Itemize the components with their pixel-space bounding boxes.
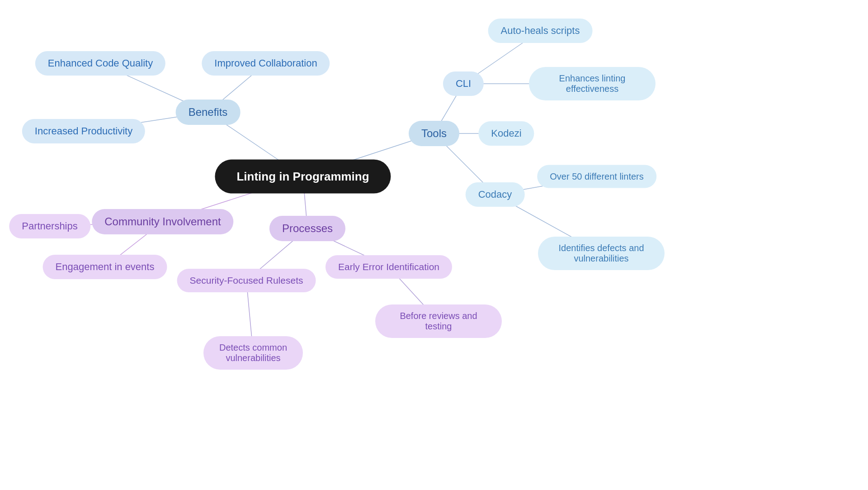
- node-increased_productivity[interactable]: Increased Productivity: [22, 119, 145, 143]
- node-enhances_linting[interactable]: Enhances linting effectiveness: [529, 67, 656, 100]
- mindmap-container: Linting in ProgrammingBenefitsEnhanced C…: [0, 0, 868, 490]
- node-early_error[interactable]: Early Error Identification: [326, 255, 452, 279]
- node-processes[interactable]: Processes: [269, 216, 345, 241]
- node-auto_heals[interactable]: Auto-heals scripts: [488, 19, 593, 43]
- node-over50[interactable]: Over 50 different linters: [537, 165, 656, 188]
- node-tools[interactable]: Tools: [409, 121, 459, 146]
- node-before_reviews[interactable]: Before reviews and testing: [375, 304, 502, 338]
- node-cli[interactable]: CLI: [443, 71, 484, 96]
- node-improved_collaboration[interactable]: Improved Collaboration: [202, 51, 330, 76]
- node-security_focused[interactable]: Security-Focused Rulesets: [177, 269, 316, 292]
- node-identifies_defects[interactable]: Identifies defects and vulnerabilities: [538, 237, 665, 270]
- node-codacy[interactable]: Codacy: [466, 182, 525, 207]
- node-engagement[interactable]: Engagement in events: [43, 255, 167, 279]
- node-enhanced_code_quality[interactable]: Enhanced Code Quality: [35, 51, 165, 76]
- node-kodezi[interactable]: Kodezi: [478, 121, 534, 146]
- node-benefits[interactable]: Benefits: [176, 100, 241, 125]
- node-partnerships[interactable]: Partnerships: [9, 214, 90, 238]
- node-center[interactable]: Linting in Programming: [215, 160, 391, 194]
- node-community[interactable]: Community Involvement: [92, 209, 233, 234]
- node-detects_common[interactable]: Detects common vulnerabilities: [203, 336, 303, 370]
